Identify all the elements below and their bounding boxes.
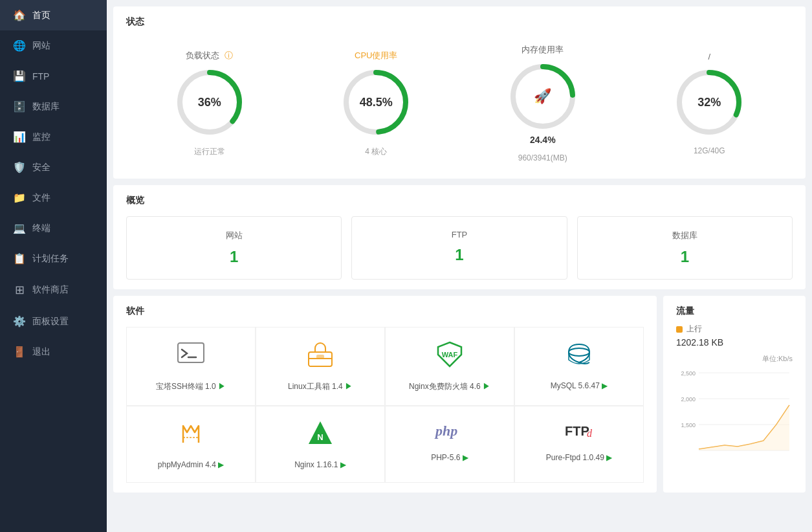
chart-unit: 单位:Kb/s — [676, 354, 793, 364]
sidebar-item-appstore[interactable]: ⊞ 软件商店 — [0, 274, 107, 306]
ftpd-label: Pure-Ftpd 1.0.49 ▶ — [546, 453, 612, 462]
sidebar-item-security[interactable]: 🛡️ 安全 — [0, 152, 107, 183]
svg-text:php: php — [434, 423, 457, 439]
php-icon: php — [434, 419, 465, 447]
sidebar-label-appstore: 软件商店 — [32, 284, 69, 296]
chart-area: 2,500 2,000 1,500 — [676, 366, 793, 470]
software-nginx[interactable]: N Nginx 1.16.1 ▶ — [256, 406, 385, 483]
sidebar-label-terminal: 终端 — [32, 223, 50, 234]
linux-tools-label: Linux工具箱 1.4 ▶ — [288, 381, 353, 392]
software-pureftpd[interactable]: FTP d Pure-Ftpd 1.0.49 ▶ — [514, 406, 644, 483]
svg-text:1,500: 1,500 — [681, 422, 696, 428]
sidebar-item-terminal[interactable]: 💻 终端 — [0, 213, 107, 243]
sidebar-item-monitor[interactable]: 📊 监控 — [0, 122, 107, 152]
sidebar-item-website[interactable]: 🌐 网站 — [0, 30, 107, 61]
svg-text:WAF: WAF — [442, 351, 458, 359]
svg-text:FTP: FTP — [565, 424, 589, 438]
sidebar-label-logout: 退出 — [32, 346, 50, 358]
software-section: 软件 宝塔SSH终端 1.0 ▶ — [113, 296, 657, 493]
legend-dot-up — [676, 326, 683, 333]
sidebar-label-ftp: FTP — [32, 71, 49, 82]
overview-section: 概览 网站 1 FTP 1 数据库 1 — [113, 185, 806, 289]
overview-card-ftp[interactable]: FTP 1 — [351, 216, 567, 280]
gauge-memory-circle: 🚀 — [507, 61, 578, 132]
traffic-legend-up-label: 上行 — [686, 324, 702, 335]
sidebar-item-settings[interactable]: ⚙️ 面板设置 — [0, 306, 107, 337]
sidebar-label-settings: 面板设置 — [32, 316, 69, 327]
software-phpmyadmin[interactable]: phpMyAdmin 4.4 ▶ — [126, 406, 256, 483]
website-icon: 🌐 — [13, 39, 26, 52]
traffic-section: 流量 上行 1202.18 KB 单位:Kb/s 2,500 2,000 1,5… — [663, 296, 806, 493]
software-grid: 宝塔SSH终端 1.0 ▶ Linux工具箱 1.4 ▶ — [126, 327, 644, 483]
traffic-chart-svg: 2,500 2,000 1,500 — [676, 366, 793, 470]
status-gauges-row: 负载状态 ⓘ 36% 运行正常 CPU使用率 — [126, 38, 793, 169]
svg-text:2,500: 2,500 — [681, 370, 696, 377]
nginx-label: Nginx 1.16.1 ▶ — [294, 460, 346, 469]
ftpd-icon: FTP d — [564, 419, 595, 447]
gauge-load-percent: 36% — [198, 95, 221, 108]
overview-website-label: 网站 — [226, 230, 243, 241]
gauge-cpu: CPU使用率 48.5% 4 核心 — [340, 50, 411, 157]
sidebar-item-home[interactable]: 🏠 首页 — [0, 0, 107, 30]
traffic-title: 流量 — [676, 305, 793, 317]
overview-card-database[interactable]: 数据库 1 — [577, 216, 793, 280]
sidebar-label-home: 首页 — [32, 10, 50, 21]
svg-rect-8 — [178, 343, 204, 362]
logout-icon: 🚪 — [13, 346, 26, 358]
sidebar-item-database[interactable]: 🗄️ 数据库 — [0, 91, 107, 122]
phpmyadmin-icon — [177, 419, 205, 454]
gauge-memory-percent: 24.4% — [530, 135, 556, 145]
software-waf[interactable]: WAF Nginx免费防火墙 4.6 ▶ — [385, 327, 514, 406]
overview-ftp-value: 1 — [455, 246, 463, 264]
gauge-load: 负载状态 ⓘ 36% 运行正常 — [174, 50, 245, 157]
waf-label: Nginx免费防火墙 4.6 ▶ — [409, 381, 490, 392]
sidebar-item-files[interactable]: 📁 文件 — [0, 183, 107, 213]
sidebar-label-website: 网站 — [32, 40, 50, 52]
gauge-cpu-circle: 48.5% — [340, 67, 411, 138]
mysql-icon — [565, 340, 593, 375]
gauge-memory: 内存使用率 🚀 24.4% 960/3941(MB) — [507, 44, 578, 162]
gauge-disk-label: / — [708, 52, 710, 61]
main-content: 状态 负载状态 ⓘ 36% 运行正常 — [107, 0, 812, 532]
software-php[interactable]: php PHP-5.6 ▶ — [385, 406, 514, 483]
info-icon-load[interactable]: ⓘ — [225, 50, 233, 60]
overview-ftp-label: FTP — [452, 230, 468, 239]
terminal-icon: 💻 — [13, 222, 26, 234]
overview-website-value: 1 — [230, 248, 238, 266]
gauge-cpu-label: CPU使用率 — [355, 50, 397, 60]
software-ssh[interactable]: 宝塔SSH终端 1.0 ▶ — [126, 327, 256, 406]
traffic-legend: 上行 — [676, 324, 793, 335]
overview-card-website[interactable]: 网站 1 — [126, 216, 342, 280]
monitor-icon: 📊 — [13, 131, 26, 143]
files-icon: 📁 — [13, 192, 26, 204]
gauge-cpu-percent: 48.5% — [360, 95, 393, 108]
traffic-value: 1202.18 KB — [676, 337, 793, 348]
software-mysql[interactable]: MySQL 5.6.47 ▶ — [514, 327, 644, 406]
status-title: 状态 — [126, 16, 793, 28]
waf-icon: WAF — [435, 340, 464, 375]
sidebar-label-security: 安全 — [32, 162, 50, 173]
overview-title: 概览 — [126, 195, 793, 206]
php-label: PHP-5.6 ▶ — [431, 453, 468, 462]
appstore-icon: ⊞ — [13, 283, 26, 297]
svg-text:2,000: 2,000 — [681, 396, 696, 403]
svg-text:d: d — [587, 428, 593, 439]
sidebar-item-cron[interactable]: 📋 计划任务 — [0, 243, 107, 274]
sidebar-item-logout[interactable]: 🚪 退出 — [0, 337, 107, 367]
gauge-load-circle: 36% — [174, 67, 245, 138]
gauge-cpu-sub: 4 核心 — [365, 146, 387, 157]
software-linux-tools[interactable]: Linux工具箱 1.4 ▶ — [256, 327, 385, 406]
bottom-row: 软件 宝塔SSH终端 1.0 ▶ — [113, 296, 806, 493]
svg-point-15 — [569, 348, 589, 356]
sidebar-item-ftp[interactable]: 💾 FTP — [0, 61, 107, 91]
sidebar-label-files: 文件 — [32, 192, 50, 204]
ssh-label: 宝塔SSH终端 1.0 ▶ — [156, 381, 226, 392]
sidebar-label-database: 数据库 — [32, 101, 60, 113]
sidebar-label-monitor: 监控 — [32, 131, 50, 143]
home-icon: 🏠 — [13, 9, 26, 21]
gauge-load-sub: 运行正常 — [194, 146, 225, 157]
nginx-icon: N — [306, 419, 335, 454]
gauge-load-label: 负载状态 — [186, 50, 219, 60]
rocket-icon: 🚀 — [534, 88, 551, 104]
settings-icon: ⚙️ — [13, 315, 26, 327]
